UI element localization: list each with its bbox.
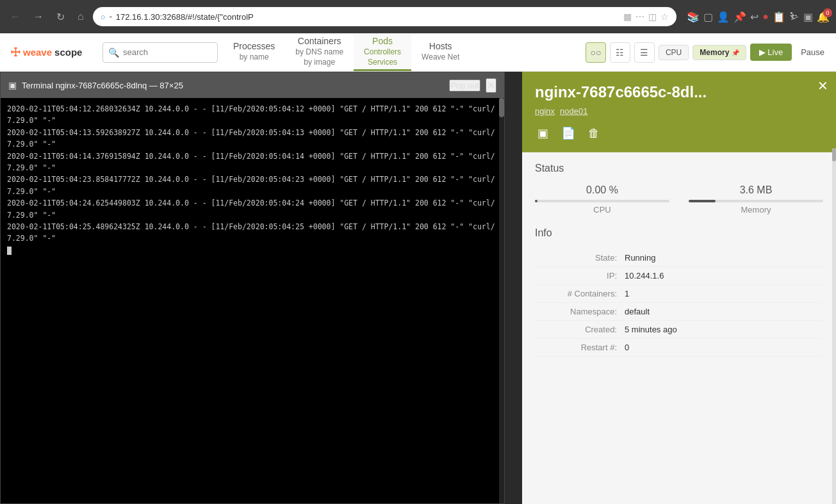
back-button[interactable]: ← <box>6 8 24 25</box>
terminal-popout-button[interactable]: Pop out <box>449 79 480 92</box>
info-key: Namespace: <box>535 307 625 316</box>
memory-bar-fill <box>689 200 716 202</box>
forward-button[interactable]: → <box>29 8 47 25</box>
info-key: # Containers: <box>535 289 625 298</box>
app-header: ☩ weavescope 🔍 Processes by name Contain… <box>0 33 836 72</box>
grid-view-button[interactable]: ☷ <box>610 42 630 63</box>
side-panel: ✕ nginx-7687c6665c-8dl... nginx node01 ▣… <box>522 72 836 504</box>
pod-terminal-button[interactable]: ▣ <box>535 124 551 143</box>
logo-scope: scope <box>54 47 82 58</box>
pod-tag-nginx[interactable]: nginx <box>535 106 555 116</box>
graph-view-button[interactable]: ○○ <box>586 42 606 63</box>
nav-pods-sub1: Controllers <box>364 47 401 56</box>
main-content: 19 Sh Sh ▣ Terminal nginx-7687c6665c-8dl… <box>0 72 836 504</box>
graph-icon: ○○ <box>590 47 601 58</box>
live-button[interactable]: ▶ Live <box>750 44 792 61</box>
side-panel-scroll-thumb[interactable] <box>832 149 836 161</box>
info-value: 10.244.1.6 <box>625 271 664 280</box>
status-section-title: Status <box>535 163 823 174</box>
pod-delete-button[interactable]: 🗑 <box>586 124 602 143</box>
info-section-title: Info <box>535 227 823 239</box>
reader-icon[interactable]: ▢ <box>703 11 713 23</box>
search-icon: 🔍 <box>108 47 119 58</box>
home-button[interactable]: ⌂ <box>74 8 88 25</box>
site-icon: ▪ <box>110 12 112 21</box>
url-text: 172.16.1.30:32688/#!/state/{"controlP <box>116 12 620 22</box>
pin-icon: 📌 <box>732 49 739 56</box>
search-input[interactable] <box>123 47 200 57</box>
pod-tag-node01[interactable]: node01 <box>560 106 587 116</box>
pause-button[interactable]: Pause <box>796 44 830 61</box>
notification-icon[interactable]: 🔔0 <box>817 11 830 23</box>
nav-hosts-label: Hosts <box>429 41 452 51</box>
header-right: ○○ ☷ ☰ CPU Memory 📌 ▶ Live Pause <box>579 33 836 71</box>
side-panel-body: Status 0.00 % CPU 3.6 MB Mem <box>522 152 836 504</box>
terminal-title: Terminal nginx-7687c6665c-8dlnq — 87×25 <box>22 81 444 90</box>
cpu-bar-fill <box>535 200 537 202</box>
info-row: State: Running <box>535 249 823 267</box>
memory-bar <box>689 200 823 202</box>
logo-weave: weave <box>23 47 52 58</box>
nav-processes-sub: by name <box>240 53 269 61</box>
memory-label: Memory <box>700 48 729 57</box>
cpu-button[interactable]: CPU <box>659 45 689 60</box>
info-row: Created: 5 minutes ago <box>535 321 823 339</box>
pod-title: nginx-7687c6665c-8dl... <box>535 83 823 101</box>
logo-icon: ☩ <box>10 45 20 60</box>
cpu-value: 0.00 % <box>586 184 618 196</box>
addon-red-icon[interactable]: ● <box>762 11 769 23</box>
nav-item-hosts[interactable]: Hosts Weave Net <box>411 33 470 71</box>
logo: ☩ weavescope <box>0 33 102 71</box>
info-rows: State: Running IP: 10.244.1.6 # Containe… <box>535 249 823 357</box>
star-icon[interactable]: ☆ <box>660 12 669 22</box>
memory-button[interactable]: Memory 📌 <box>693 45 746 60</box>
terminal-scrollbar-thumb[interactable] <box>499 98 504 117</box>
info-row: Namespace: default <box>535 303 823 321</box>
nav-item-pods[interactable]: Pods Controllers Services <box>354 33 411 71</box>
nav-pods-label: Pods <box>372 36 393 46</box>
terminal-close-button[interactable]: ✕ <box>486 78 496 93</box>
terminal-cursor <box>7 247 12 255</box>
browser-chrome: ← → ↻ ⌂ ○ ▪ 172.16.1.30:32688/#!/state/{… <box>0 0 836 33</box>
screenshot-icon[interactable]: 📌 <box>734 11 746 23</box>
screen-icon[interactable]: ◫ <box>648 12 657 22</box>
refresh-button[interactable]: ↻ <box>53 8 69 26</box>
terminal-icon: ▣ <box>8 80 17 90</box>
cpu-label: CPU <box>593 205 611 215</box>
clipboard-icon[interactable]: 📋 <box>773 11 785 23</box>
table-view-button[interactable]: ☰ <box>634 42 655 63</box>
info-key: State: <box>535 253 625 263</box>
metrics-row: 0.00 % CPU 3.6 MB Memory <box>535 184 823 215</box>
nav-item-containers[interactable]: Containers by DNS name by image <box>285 33 354 71</box>
undo-icon[interactable]: ↩ <box>750 11 758 23</box>
terminal-scrollbar[interactable] <box>499 98 504 503</box>
terminal-body[interactable]: 2020-02-11T05:04:12.268032634Z 10.244.0.… <box>1 98 504 503</box>
info-row: Restart #: 0 <box>535 339 823 357</box>
qr-icon[interactable]: ▦ <box>623 12 632 22</box>
more-icon[interactable]: ⋯ <box>635 12 644 22</box>
account-icon[interactable]: 👤 <box>717 11 730 23</box>
nav-processes-label: Processes <box>233 41 275 51</box>
info-row: # Containers: 1 <box>535 285 823 303</box>
bookmarks-icon[interactable]: 📚 <box>687 11 700 23</box>
puzzle-icon[interactable]: ⛷ <box>789 11 799 23</box>
cpu-bar <box>535 200 669 202</box>
memory-label: Memory <box>741 205 771 215</box>
side-panel-scrollbar[interactable] <box>832 149 836 504</box>
windows-icon[interactable]: ▣ <box>803 11 813 23</box>
nav-pods-sub2: Services <box>368 58 397 67</box>
search-box: 🔍 <box>102 42 218 63</box>
side-panel-close-button[interactable]: ✕ <box>817 78 828 93</box>
terminal-window: ▣ Terminal nginx-7687c6665c-8dlnq — 87×2… <box>0 72 505 504</box>
nav-item-processes[interactable]: Processes by name <box>223 33 285 71</box>
pod-actions: ▣ 📄 🗑 <box>535 124 823 143</box>
terminal-output: 2020-02-11T05:04:12.268032634Z 10.244.0.… <box>7 103 498 245</box>
info-value: 5 minutes ago <box>625 325 677 334</box>
pod-doc-button[interactable]: 📄 <box>559 124 578 143</box>
info-row: IP: 10.244.1.6 <box>535 267 823 285</box>
address-bar[interactable]: ○ ▪ 172.16.1.30:32688/#!/state/{"control… <box>93 7 677 26</box>
cpu-metric: 0.00 % CPU <box>535 184 669 215</box>
info-value: 0 <box>625 343 629 352</box>
info-key: Created: <box>535 325 625 334</box>
nav-containers-sub2: by image <box>304 58 335 67</box>
